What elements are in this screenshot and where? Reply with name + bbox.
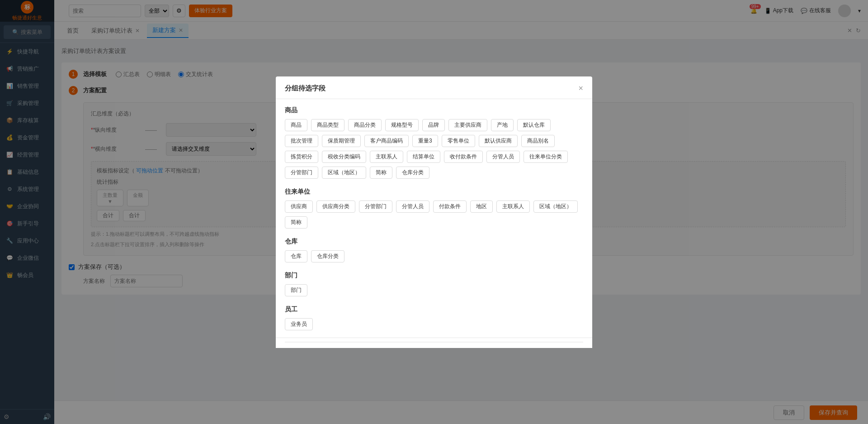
modal-dialog: 分组待选字段 × 商品商品商品类型商品分类规格型号品牌主要供应商产地默认仓库批次… (276, 76, 592, 348)
modal-section-4: 员工业务员 (285, 305, 583, 330)
modal-chips-0: 商品商品类型商品分类规格型号品牌主要供应商产地默认仓库批次管理保质期管理客户商品… (285, 119, 583, 179)
modal-chips-2: 仓库仓库分类 (285, 250, 583, 262)
modal-section-title-3: 部门 (285, 272, 583, 280)
field-chip-0-17[interactable]: 主联系人 (370, 151, 403, 163)
field-chip-2-1[interactable]: 仓库分类 (311, 250, 344, 262)
modal-section-1: 往来单位供应商供应商分类分管部门分管人员付款条件地区主联系人区域（地区）简称 (285, 188, 583, 229)
field-chip-0-0[interactable]: 商品 (285, 119, 307, 131)
field-chip-0-18[interactable]: 结算单位 (407, 151, 440, 163)
field-chip-0-7[interactable]: 默认仓库 (517, 119, 551, 131)
modal-section-0: 商品商品商品类型商品分类规格型号品牌主要供应商产地默认仓库批次管理保质期管理客户… (285, 106, 583, 179)
field-chip-0-25[interactable]: 仓库分类 (396, 167, 429, 179)
modal-footer (276, 338, 592, 348)
field-chip-0-4[interactable]: 品牌 (422, 119, 445, 131)
modal-title: 分组待选字段 (285, 84, 326, 93)
modal-chips-1: 供应商供应商分类分管部门分管人员付款条件地区主联系人区域（地区）简称 (285, 200, 583, 229)
field-chip-0-2[interactable]: 商品分类 (348, 119, 382, 131)
field-chip-0-24[interactable]: 简称 (370, 167, 392, 179)
field-chip-1-4[interactable]: 付款条件 (433, 200, 467, 213)
field-chip-1-8[interactable]: 简称 (285, 216, 307, 229)
field-chip-1-0[interactable]: 供应商 (285, 200, 313, 213)
modal-header: 分组待选字段 × (276, 76, 592, 99)
field-chip-1-7[interactable]: 区域（地区） (533, 200, 578, 213)
modal-section-2: 仓库仓库仓库分类 (285, 238, 583, 262)
field-chip-0-16[interactable]: 税收分类编码 (322, 151, 366, 163)
field-chip-0-22[interactable]: 分管部门 (285, 167, 318, 179)
field-chip-0-6[interactable]: 产地 (491, 119, 514, 131)
modal-section-title-2: 仓库 (285, 238, 583, 246)
modal-chips-3: 部门 (285, 284, 583, 296)
field-chip-1-5[interactable]: 地区 (470, 200, 493, 213)
field-chip-0-5[interactable]: 主要供应商 (448, 119, 487, 131)
field-chip-0-13[interactable]: 默认供应商 (479, 135, 518, 147)
field-chip-0-23[interactable]: 区域（地区） (322, 167, 366, 179)
field-chip-0-1[interactable]: 商品类型 (311, 119, 344, 131)
field-chip-0-3[interactable]: 规格型号 (385, 119, 419, 131)
field-chip-0-11[interactable]: 重量3 (412, 135, 438, 147)
field-chip-0-20[interactable]: 分管人员 (486, 151, 520, 163)
modal-section-title-1: 往来单位 (285, 188, 583, 196)
field-chip-0-15[interactable]: 拣货积分 (285, 151, 318, 163)
field-chip-0-21[interactable]: 往来单位分类 (524, 151, 568, 163)
field-chip-0-10[interactable]: 客户商品编码 (364, 135, 409, 147)
field-chip-2-0[interactable]: 仓库 (285, 250, 307, 262)
field-chip-1-3[interactable]: 分管人员 (396, 200, 429, 213)
modal-chips-4: 业务员 (285, 318, 583, 330)
modal-footer-divider (285, 342, 583, 343)
modal-close-button[interactable]: × (578, 84, 583, 93)
field-chip-0-9[interactable]: 保质期管理 (322, 135, 361, 147)
field-chip-3-0[interactable]: 部门 (285, 284, 307, 296)
field-chip-1-1[interactable]: 供应商分类 (316, 200, 355, 213)
modal-section-3: 部门部门 (285, 272, 583, 296)
field-chip-1-2[interactable]: 分管部门 (359, 200, 392, 213)
field-chip-0-8[interactable]: 批次管理 (285, 135, 318, 147)
modal-section-title-0: 商品 (285, 106, 583, 114)
field-chip-4-0[interactable]: 业务员 (285, 318, 313, 330)
field-chip-0-12[interactable]: 零售单位 (442, 135, 475, 147)
modal-section-title-4: 员工 (285, 305, 583, 314)
field-chip-0-19[interactable]: 收付款条件 (444, 151, 483, 163)
field-chip-0-14[interactable]: 商品别名 (521, 135, 555, 147)
modal-overlay: 分组待选字段 × 商品商品商品类型商品分类规格型号品牌主要供应商产地默认仓库批次… (0, 0, 868, 424)
field-chip-1-6[interactable]: 主联系人 (496, 200, 530, 213)
modal-body: 商品商品商品类型商品分类规格型号品牌主要供应商产地默认仓库批次管理保质期管理客户… (276, 99, 592, 338)
